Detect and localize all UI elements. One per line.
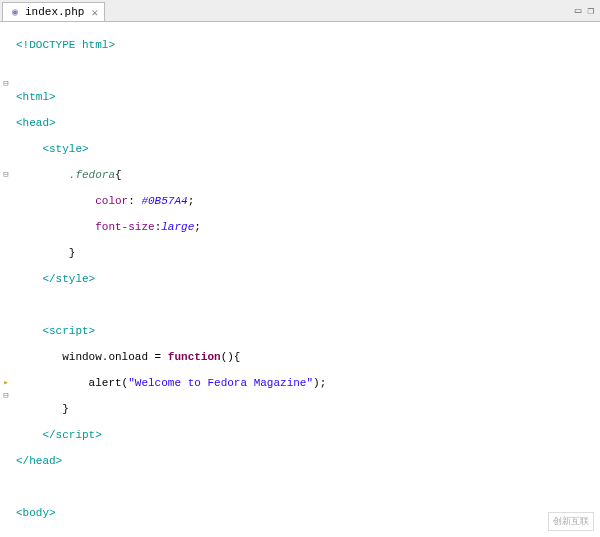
code-content[interactable]: <!DOCTYPE html> <html> <head> <style> .f…	[12, 22, 600, 519]
fold-toggle[interactable]: ⊟	[0, 390, 12, 403]
editor-area[interactable]: ⊟ ⊟ ▸ ⊟ <!DOCTYPE html> <html> <head	[0, 22, 600, 519]
tab-index-php[interactable]: ◉ index.php ✕	[2, 2, 105, 21]
close-icon[interactable]: ✕	[91, 6, 98, 19]
tab-label: index.php	[25, 6, 84, 18]
fold-gutter: ⊟ ⊟ ▸ ⊟	[0, 22, 12, 519]
fold-toggle[interactable]: ⊟	[0, 78, 12, 91]
php-file-icon: ◉	[9, 6, 21, 18]
restore-icon[interactable]: ❐	[587, 4, 594, 17]
watermark: 创新互联	[548, 512, 594, 531]
fold-toggle[interactable]: ⊟	[0, 169, 12, 182]
tab-controls: ▭ ❐	[575, 0, 600, 21]
tab-bar: ◉ index.php ✕ ▭ ❐	[0, 0, 600, 22]
minimize-icon[interactable]: ▭	[575, 4, 582, 17]
warning-icon[interactable]: ▸	[0, 377, 12, 390]
